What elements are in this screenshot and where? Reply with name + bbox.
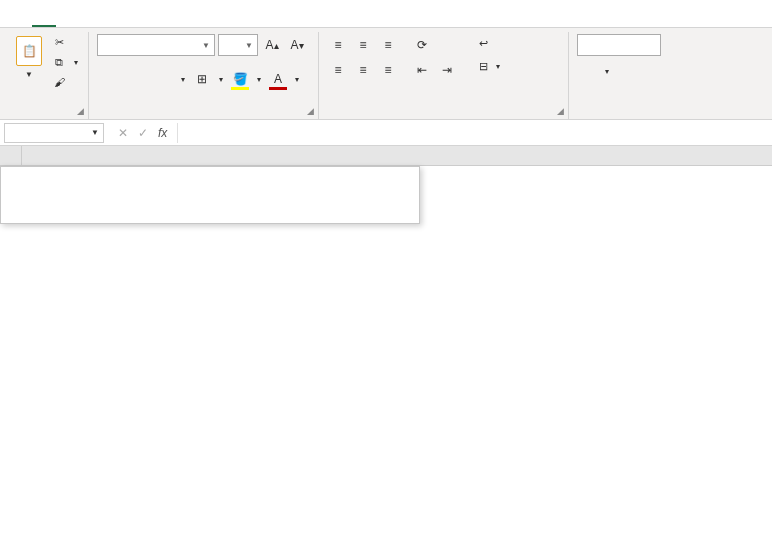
copy-icon: ⧉: [52, 55, 66, 69]
dialog-launcher-icon[interactable]: ◢: [307, 106, 314, 116]
ribbon-tabs: [0, 0, 772, 28]
borders-button[interactable]: ⊞: [191, 68, 213, 90]
group-label-alignment: [327, 115, 560, 119]
orientation-button[interactable]: ⟳: [411, 34, 433, 56]
formula-input[interactable]: [177, 123, 772, 143]
fx-icon[interactable]: fx: [158, 126, 167, 140]
font-name-combo[interactable]: ▼: [97, 34, 215, 56]
percent-button[interactable]: [615, 60, 637, 82]
select-all-corner[interactable]: [0, 146, 22, 165]
cut-button[interactable]: ✂: [50, 34, 80, 50]
comma-button[interactable]: [643, 60, 665, 82]
tab-formulas[interactable]: [104, 4, 128, 27]
tab-data[interactable]: [128, 4, 152, 27]
chevron-down-icon: ▾: [496, 62, 500, 71]
decrease-indent-icon[interactable]: ⇤: [411, 59, 433, 81]
brush-icon: 🖌: [52, 75, 66, 89]
tab-review[interactable]: [152, 4, 176, 27]
tab-file[interactable]: [8, 4, 32, 27]
enter-icon[interactable]: ✓: [138, 126, 148, 140]
align-top-icon[interactable]: ≡: [327, 34, 349, 56]
chevron-down-icon: ▾: [74, 58, 78, 67]
paste-button[interactable]: 📋 ▼: [14, 34, 44, 81]
font-color-button[interactable]: A: [267, 68, 289, 90]
italic-button[interactable]: [125, 68, 147, 90]
wrap-text-button[interactable]: ↩: [474, 34, 505, 53]
copy-button[interactable]: ⧉▾: [50, 54, 80, 70]
align-right-icon[interactable]: ≡: [377, 59, 399, 81]
merge-center-button[interactable]: ⊟▾: [474, 57, 505, 76]
formula-bar: ▼ ✕ ✓ fx: [0, 120, 772, 146]
chevron-down-icon: ▾: [219, 75, 223, 84]
chevron-down-icon: ▼: [25, 70, 33, 79]
format-painter-button[interactable]: 🖌: [50, 74, 80, 90]
chevron-down-icon: ▾: [181, 75, 185, 84]
group-clipboard: 📋 ▼ ✂ ⧉▾ 🖌 ◢: [6, 32, 89, 119]
quick-analysis-panel: [0, 166, 420, 224]
increase-indent-icon[interactable]: ⇥: [436, 59, 458, 81]
currency-button[interactable]: [577, 60, 599, 82]
chevron-down-icon: ▾: [295, 75, 299, 84]
chevron-down-icon: ▾: [257, 75, 261, 84]
ribbon: 📋 ▼ ✂ ⧉▾ 🖌 ◢ ▼ ▼ A▴ A▾ ▾: [0, 28, 772, 120]
align-middle-icon[interactable]: ≡: [352, 34, 374, 56]
name-box[interactable]: ▼: [4, 123, 104, 143]
chevron-down-icon: ▼: [245, 41, 253, 50]
dialog-launcher-icon[interactable]: ◢: [557, 106, 564, 116]
align-center-icon[interactable]: ≡: [352, 59, 374, 81]
wrap-icon: ↩: [479, 37, 488, 50]
scissors-icon: ✂: [52, 35, 66, 49]
underline-button[interactable]: [153, 68, 175, 90]
merge-icon: ⊟: [479, 60, 488, 73]
tab-page-layout[interactable]: [80, 4, 104, 27]
align-left-icon[interactable]: ≡: [327, 59, 349, 81]
chevron-down-icon: ▼: [91, 128, 99, 137]
fill-color-button[interactable]: 🪣: [229, 68, 251, 90]
cancel-icon[interactable]: ✕: [118, 126, 128, 140]
chevron-down-icon: ▾: [605, 67, 609, 76]
font-size-combo[interactable]: ▼: [218, 34, 258, 56]
column-headers: [0, 146, 772, 166]
clipboard-icon: 📋: [22, 44, 37, 58]
dialog-launcher-icon[interactable]: ◢: [77, 106, 84, 116]
group-label-font: [97, 115, 310, 119]
group-label-number: [577, 115, 665, 119]
decrease-font-icon[interactable]: A▾: [286, 34, 308, 56]
chevron-down-icon: ▼: [202, 41, 210, 50]
align-bottom-icon[interactable]: ≡: [377, 34, 399, 56]
group-label-clipboard: [14, 115, 80, 119]
group-number: ▾: [569, 32, 673, 119]
tab-insert[interactable]: [56, 4, 80, 27]
bold-button[interactable]: [97, 68, 119, 90]
number-format-combo[interactable]: [577, 34, 661, 56]
spreadsheet-grid: [0, 146, 772, 166]
increase-font-icon[interactable]: A▴: [261, 34, 283, 56]
group-alignment: ≡ ≡ ≡ ≡ ≡ ≡ ⟳ ⇤ ⇥ ↩ ⊟▾ ◢: [319, 32, 569, 119]
group-font: ▼ ▼ A▴ A▾ ▾ ⊞▾ 🪣▾ A▾ ◢: [89, 32, 319, 119]
tab-help[interactable]: [200, 4, 224, 27]
tab-view[interactable]: [176, 4, 200, 27]
tab-home[interactable]: [32, 4, 56, 27]
